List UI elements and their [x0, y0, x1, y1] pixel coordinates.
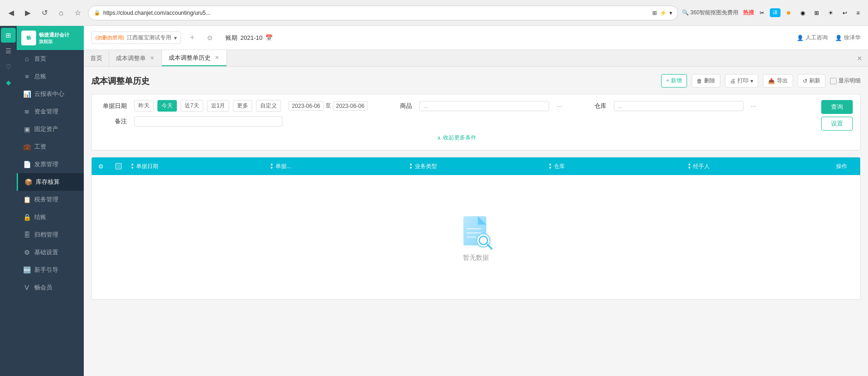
date-last-month[interactable]: 近1月 — [207, 100, 230, 112]
grid-icon: ⊞ — [652, 10, 657, 16]
calendar-icon[interactable]: 📅 — [265, 34, 273, 41]
date-last7days[interactable]: 近7天 — [181, 100, 203, 112]
tab-home-label: 首页 — [90, 54, 102, 63]
close-all-tabs[interactable]: ✕ — [857, 55, 868, 62]
brightness-button[interactable]: ☀ — [824, 8, 837, 18]
th-date[interactable]: ▲▼ 单据日期 — [127, 163, 266, 170]
product-filter[interactable]: ... — [419, 101, 549, 111]
refresh-button[interactable]: ↺ — [38, 6, 51, 19]
th-type[interactable]: ▲▼ 业务类型 — [406, 163, 545, 170]
apps-button[interactable]: ⊞ — [811, 8, 823, 18]
table-select-all[interactable] — [110, 163, 127, 169]
tab-cost-history[interactable]: 成本调整单历史 ✕ — [162, 50, 227, 66]
show-detail-checkbox[interactable] — [830, 78, 837, 84]
sidebar-item-settings[interactable]: ⚙ 基础设置 — [17, 244, 84, 261]
filter-settings-button[interactable]: 设置 — [821, 117, 853, 131]
sidebar-item-closing[interactable]: 🔒 结账 — [17, 208, 84, 226]
company-warning: (勿删勿禁用) — [95, 34, 124, 41]
reports-icon: 📊 — [23, 90, 31, 98]
menu-button[interactable]: ≡ — [853, 8, 863, 18]
query-button[interactable]: 查询 — [821, 100, 853, 114]
icon-bar-item-2[interactable]: ♡ — [1, 59, 16, 74]
sidebar-item-guide[interactable]: 🆕 新手引导 — [17, 261, 84, 279]
print-icon: 🖨 — [730, 78, 736, 84]
show-detail-toggle[interactable]: 显示明细 — [830, 77, 861, 85]
tab-cost-history-close[interactable]: ✕ — [213, 55, 220, 61]
company-settings-button[interactable]: ⚙ — [203, 31, 216, 44]
export-button[interactable]: 📤 导出 — [763, 74, 793, 88]
sidebar-item-fixed[interactable]: ▣ 固定资产 — [17, 120, 84, 138]
sidebar-item-inventory[interactable]: 📦 库存核算 — [17, 173, 84, 191]
sidebar-item-vip[interactable]: V 畅会员 — [17, 279, 84, 296]
table-gear-button[interactable]: ⚙ — [92, 163, 110, 170]
remark-label: 备注 — [99, 117, 127, 125]
product-placeholder: ... — [424, 103, 428, 109]
sidebar-item-funds[interactable]: ≋ 资金管理 — [17, 103, 84, 120]
hot-search-label[interactable]: 热搜 — [743, 9, 754, 17]
tab-bar: 首页 成本调整单 ✕ 成本调整单历史 ✕ ✕ — [84, 50, 868, 67]
tax-icon: 📋 — [23, 196, 31, 203]
star-button[interactable]: ☆ — [71, 6, 84, 19]
coin-button[interactable]: ● — [782, 6, 795, 19]
service-button[interactable]: 👤 人工咨询 — [797, 34, 828, 42]
sidebar-item-home[interactable]: ⌂ 首页 — [17, 50, 84, 68]
add-button[interactable]: + 新增 — [661, 74, 687, 88]
tab-cost-adjust-close[interactable]: ✕ — [149, 55, 155, 62]
sidebar-item-reports[interactable]: 📊 云报表中心 — [17, 85, 84, 103]
scissors-tool[interactable]: ✂ — [756, 8, 768, 18]
user-button[interactable]: 👤 徐泽华 — [835, 34, 861, 42]
lightning-icon: ⚡ — [660, 10, 667, 16]
company-selector[interactable]: (勿删勿禁用) 江西服宝测试专用 ▾ — [91, 31, 181, 44]
sort-arrows-warehouse: ▲▼ — [548, 163, 552, 170]
icon-bar-item-3[interactable]: ◆ — [1, 75, 16, 90]
back-button[interactable]: ◀ — [5, 6, 18, 19]
address-bar[interactable]: 🔒 https://cloud.chanjet.com/accounting/u… — [88, 6, 678, 20]
sidebar-label-salary: 工资 — [34, 143, 46, 151]
forward-button[interactable]: ▶ — [21, 6, 34, 19]
refresh-button[interactable]: ↺ 刷新 — [798, 74, 825, 88]
delete-button[interactable]: 🗑 删除 — [692, 74, 720, 88]
th-num[interactable]: ▲▼ 单据... — [266, 163, 406, 170]
funds-icon: ≋ — [23, 108, 31, 115]
sidebar-item-tax[interactable]: 📋 税务管理 — [17, 191, 84, 208]
warehouse-filter[interactable]: ... — [614, 101, 743, 111]
icon-bar-active[interactable]: ⊞ — [1, 28, 16, 43]
select-all-checkbox[interactable] — [115, 163, 122, 169]
th-warehouse[interactable]: ▲▼ 仓库 — [544, 163, 684, 170]
th-operation: 操作 — [823, 163, 860, 170]
product-label: 商品 — [384, 102, 412, 110]
date-range-start[interactable]: 2023-06-06 — [288, 101, 323, 111]
chevron-down-icon: ▾ — [669, 10, 672, 16]
date-more[interactable]: 更多 — [233, 100, 252, 112]
search-box[interactable]: 🔍 360智能抠图免费用 — [682, 9, 738, 17]
date-range-separator: 至 — [325, 102, 331, 110]
sidebar-item-invoice[interactable]: 📄 发票管理 — [17, 156, 84, 173]
collapse-button[interactable]: ∧ 收起更多条件 — [434, 131, 479, 144]
remark-input[interactable] — [134, 116, 282, 126]
icon-bar-item-1[interactable]: ☰ — [1, 44, 16, 58]
tab-home[interactable]: 首页 — [84, 50, 109, 66]
company-name: 江西服宝测试专用 — [127, 34, 171, 42]
date-yesterday[interactable]: 昨天 — [134, 100, 154, 112]
sidebar-item-archive[interactable]: 🗄 归档管理 — [17, 226, 84, 244]
th-person[interactable]: ▲▼ 经手人 — [684, 163, 823, 170]
date-today[interactable]: 今天 — [157, 100, 177, 112]
sidebar-label-ledger: 总账 — [34, 72, 46, 81]
dropdown-icon: ▾ — [174, 35, 177, 41]
sidebar-item-salary[interactable]: 💼 工资 — [17, 138, 84, 156]
refresh-icon: ↺ — [803, 78, 807, 84]
date-range-end[interactable]: 2023-06-06 — [333, 101, 368, 111]
sidebar-item-ledger[interactable]: ≡ 总账 — [17, 68, 84, 85]
home-button[interactable]: ⌂ — [55, 6, 68, 19]
product-more-dots[interactable]: ··· — [556, 102, 562, 110]
table-container: ⚙ ▲▼ 单据日期 ▲▼ 单据... ▲▼ 业务类型 — [91, 157, 861, 300]
undo-button[interactable]: ↩ — [839, 8, 851, 18]
warehouse-more-dots[interactable]: ··· — [751, 102, 756, 110]
gamepad-button[interactable]: ◉ — [797, 8, 809, 18]
tab-cost-adjust[interactable]: 成本调整单 ✕ — [109, 50, 162, 66]
print-button[interactable]: 🖨 打印 ▾ — [725, 74, 758, 88]
date-custom[interactable]: 自定义 — [256, 100, 281, 112]
translate-button[interactable]: 译 — [770, 8, 781, 17]
invoice-icon: 📄 — [23, 161, 31, 168]
add-company-button[interactable]: + — [186, 31, 199, 44]
